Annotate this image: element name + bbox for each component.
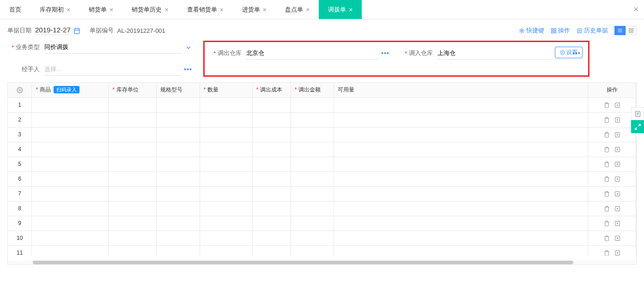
cell-product[interactable] [32,157,109,171]
cell-cost[interactable] [252,201,291,216]
cell-qty[interactable] [200,245,252,256]
cell-spec[interactable] [157,142,200,157]
notes-button[interactable] [631,107,644,120]
cell-unit[interactable] [109,231,157,245]
add-row-icon[interactable] [614,116,620,123]
delete-row-icon[interactable] [604,220,610,226]
cell-qty[interactable] [200,112,252,127]
table-row[interactable]: 4 [8,142,636,157]
history-link[interactable]: 历史单据 [577,26,608,35]
delete-row-icon[interactable] [604,102,610,108]
close-icon[interactable]: × [220,6,224,13]
table-row[interactable]: 11 [8,245,636,256]
delete-row-icon[interactable] [604,116,610,123]
cell-unit[interactable] [109,201,157,216]
cell-product[interactable] [32,98,109,112]
cell-qty[interactable] [200,201,252,216]
more-icon[interactable]: ••• [184,66,192,73]
biz-type-input[interactable] [44,41,182,54]
cell-cost[interactable] [252,127,291,142]
delete-row-icon[interactable] [604,190,610,197]
cell-spec[interactable] [157,245,200,256]
cell-amount[interactable] [291,157,334,171]
add-row-icon[interactable] [614,220,620,226]
cell-amount[interactable] [291,112,334,127]
tab-purchase-order[interactable]: 进货单× [233,0,276,19]
cell-cost[interactable] [252,245,291,256]
more-icon[interactable]: ••• [381,49,389,57]
in-warehouse-input[interactable] [437,47,570,60]
delete-row-icon[interactable] [604,176,610,182]
cell-product[interactable] [32,112,109,127]
cell-amount[interactable] [291,186,334,201]
cell-product[interactable] [32,231,109,245]
add-row-icon[interactable] [614,146,620,153]
add-row-icon[interactable] [614,205,620,212]
tab-sales-order[interactable]: 销货单× [79,0,122,19]
cell-unit[interactable] [109,127,157,142]
cell-cost[interactable] [252,216,291,231]
cell-amount[interactable] [291,142,334,157]
cell-cost[interactable] [252,142,291,157]
cell-unit[interactable] [109,98,157,112]
cell-avail[interactable] [334,127,588,142]
close-icon[interactable]: × [109,6,113,13]
col-gear[interactable] [8,83,32,98]
cell-cost[interactable] [252,98,291,112]
cell-cost[interactable] [252,112,291,127]
table-row[interactable]: 8 [8,201,636,216]
table-row[interactable]: 3 [8,127,636,142]
close-icon[interactable]: × [306,6,310,13]
cell-avail[interactable] [334,112,588,127]
cell-avail[interactable] [334,98,588,112]
cell-avail[interactable] [334,216,588,231]
add-row-icon[interactable] [614,131,620,138]
delete-row-icon[interactable] [604,235,610,241]
table-row[interactable]: 7 [8,186,636,201]
cell-amount[interactable] [291,127,334,142]
close-all-icon[interactable]: × [633,5,638,14]
cell-spec[interactable] [157,186,200,201]
cell-unit[interactable] [109,245,157,256]
cell-qty[interactable] [200,142,252,157]
cell-qty[interactable] [200,186,252,201]
cell-amount[interactable] [291,216,334,231]
table-row[interactable]: 1 [8,98,636,112]
add-row-icon[interactable] [614,161,620,167]
ops-link[interactable]: 操作 [551,26,570,35]
cell-amount[interactable] [291,245,334,256]
close-icon[interactable]: × [164,6,168,13]
view-grid-btn[interactable] [626,26,637,35]
delete-row-icon[interactable] [604,250,610,256]
cell-avail[interactable] [334,171,588,186]
table-row[interactable]: 10 [8,231,636,245]
handler-input[interactable] [44,63,181,76]
cell-avail[interactable] [334,245,588,256]
tab-sales-history[interactable]: 销货单历史× [122,0,177,19]
cell-avail[interactable] [334,142,588,157]
cell-product[interactable] [32,127,109,142]
cell-cost[interactable] [252,186,291,201]
cell-qty[interactable] [200,231,252,245]
out-warehouse-input[interactable] [246,47,378,60]
cell-avail[interactable] [334,157,588,171]
cell-avail[interactable] [334,231,588,245]
tab-inventory-opening[interactable]: 库存期初× [30,0,79,19]
cell-spec[interactable] [157,157,200,171]
view-list-btn[interactable] [614,26,626,35]
cell-avail[interactable] [334,186,588,201]
cell-product[interactable] [32,186,109,201]
cell-qty[interactable] [200,98,252,112]
close-icon[interactable]: × [67,6,70,13]
tab-view-sales[interactable]: 查看销货单× [178,0,233,19]
add-row-icon[interactable] [614,190,620,197]
table-row[interactable]: 6 [8,171,636,186]
cell-qty[interactable] [200,171,252,186]
cell-cost[interactable] [252,157,291,171]
delete-row-icon[interactable] [604,205,610,212]
cell-cost[interactable] [252,231,291,245]
delete-row-icon[interactable] [604,161,610,167]
cell-unit[interactable] [109,216,157,231]
shortcut-link[interactable]: 快捷键 [519,26,544,35]
cell-unit[interactable] [109,171,157,186]
